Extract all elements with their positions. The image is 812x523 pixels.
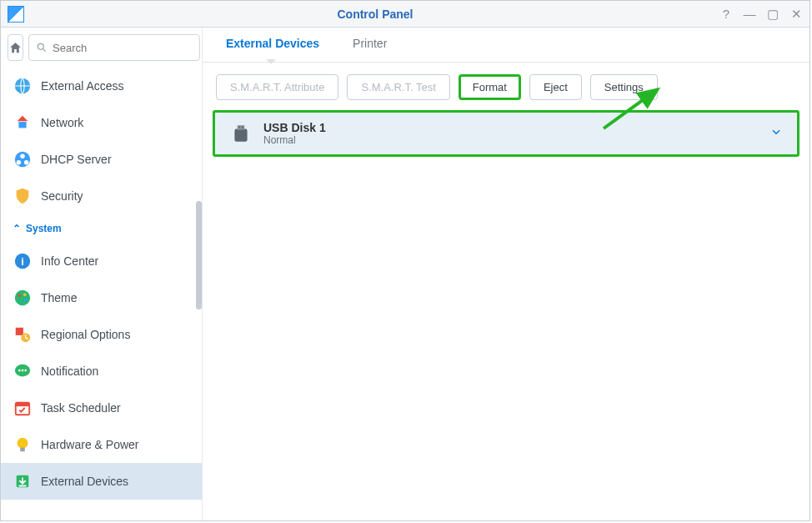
bulb-icon [13, 435, 33, 455]
svg-point-6 [24, 160, 29, 165]
main-panel: External Devices Printer S.M.A.R.T. Attr… [203, 28, 809, 520]
close-icon[interactable]: ✕ [789, 7, 803, 22]
svg-rect-30 [242, 126, 243, 128]
svg-point-19 [24, 370, 27, 372]
sidebar-item-label: Hardware & Power [41, 438, 139, 451]
search-input[interactable] [53, 42, 193, 54]
sidebar-item-regional[interactable]: Regional Options [1, 316, 202, 353]
svg-rect-28 [238, 125, 245, 129]
svg-point-10 [15, 290, 30, 305]
svg-point-17 [18, 370, 21, 372]
sidebar-item-label: Info Center [41, 254, 98, 268]
calendar-icon [13, 398, 33, 418]
svg-point-4 [15, 152, 30, 167]
sidebar-item-network[interactable]: Network [1, 104, 202, 141]
svg-point-7 [20, 154, 25, 159]
format-button[interactable]: Format [459, 74, 521, 100]
sidebar-item-label: Regional Options [41, 328, 130, 341]
sidebar-item-external-access[interactable]: External Access [1, 68, 202, 104]
svg-rect-29 [238, 126, 240, 128]
svg-text:i: i [21, 255, 24, 268]
tabs: External Devices Printer [203, 28, 809, 63]
home-button[interactable] [8, 34, 23, 61]
help-icon[interactable]: ? [719, 7, 733, 22]
network-icon [13, 113, 33, 133]
sidebar-item-label: Task Scheduler [41, 401, 121, 415]
sidebar: External Access Network DHCP Server Secu… [1, 28, 203, 520]
palette-icon [13, 288, 33, 308]
usb-disk-icon [230, 123, 252, 144]
search-box[interactable] [28, 34, 200, 61]
svg-point-5 [17, 160, 22, 165]
svg-line-1 [43, 49, 46, 52]
svg-rect-21 [16, 403, 30, 407]
home-icon [8, 41, 23, 55]
tab-label: External Devices [226, 37, 319, 50]
smart-attribute-button[interactable]: S.M.A.R.T. Attribute [216, 74, 338, 100]
info-icon: i [13, 251, 33, 271]
tab-printer[interactable]: Printer [336, 28, 403, 62]
shield-icon [13, 186, 33, 206]
sidebar-item-label: External Access [41, 79, 124, 93]
smart-test-button[interactable]: S.M.A.R.T. Test [347, 74, 449, 100]
sidebar-item-label: Network [41, 116, 83, 129]
sidebar-section-system[interactable]: ⌃ System [1, 214, 202, 243]
settings-button[interactable]: Settings [590, 74, 658, 100]
titlebar: Control Panel ? — ▢ ✕ [1, 1, 809, 28]
regional-icon [13, 324, 33, 344]
tab-label: Printer [353, 37, 387, 50]
chevron-up-icon: ⌃ [13, 223, 21, 234]
tab-external-devices[interactable]: External Devices [209, 28, 336, 62]
svg-rect-23 [20, 448, 25, 452]
eject-button[interactable]: Eject [529, 74, 582, 100]
svg-point-0 [38, 43, 43, 49]
sidebar-item-notification[interactable]: Notification [1, 353, 202, 390]
toolbar: S.M.A.R.T. Attribute S.M.A.R.T. Test For… [203, 63, 809, 110]
svg-rect-3 [18, 122, 26, 128]
device-status: Normal [263, 134, 770, 146]
section-label: System [26, 223, 62, 234]
sidebar-item-info-center[interactable]: i Info Center [1, 243, 202, 279]
sidebar-item-label: Theme [41, 291, 78, 304]
app-icon [8, 6, 24, 23]
window-title: Control Panel [31, 8, 719, 21]
sidebar-item-external-devices[interactable]: External Devices [1, 463, 202, 500]
dhcp-icon [13, 149, 33, 169]
svg-point-11 [18, 294, 22, 297]
sidebar-item-theme[interactable]: Theme [1, 279, 202, 316]
minimize-icon[interactable]: — [743, 7, 756, 22]
chat-icon [13, 361, 33, 381]
search-icon [36, 42, 48, 53]
globe-icon [13, 76, 33, 96]
svg-point-13 [24, 299, 28, 302]
sidebar-item-task-scheduler[interactable]: Task Scheduler [1, 390, 202, 426]
scrollbar-thumb[interactable] [196, 201, 202, 309]
chevron-down-icon[interactable] [770, 126, 782, 141]
sidebar-item-label: DHCP Server [41, 153, 112, 166]
sidebar-item-label: Security [41, 189, 83, 203]
svg-point-18 [22, 370, 24, 372]
sidebar-item-dhcp[interactable]: DHCP Server [1, 141, 202, 178]
sidebar-item-hardware-power[interactable]: Hardware & Power [1, 426, 202, 463]
sidebar-item-label: External Devices [41, 475, 128, 488]
svg-rect-14 [16, 328, 23, 335]
device-name: USB Disk 1 [263, 121, 770, 134]
maximize-icon[interactable]: ▢ [766, 7, 779, 22]
svg-point-22 [18, 438, 28, 449]
svg-rect-27 [234, 129, 247, 142]
sidebar-item-security[interactable]: Security [1, 178, 202, 214]
sidebar-item-label: Notification [41, 365, 98, 378]
svg-point-12 [23, 294, 27, 297]
drive-icon [13, 471, 33, 491]
device-row[interactable]: USB Disk 1 Normal [213, 110, 799, 157]
